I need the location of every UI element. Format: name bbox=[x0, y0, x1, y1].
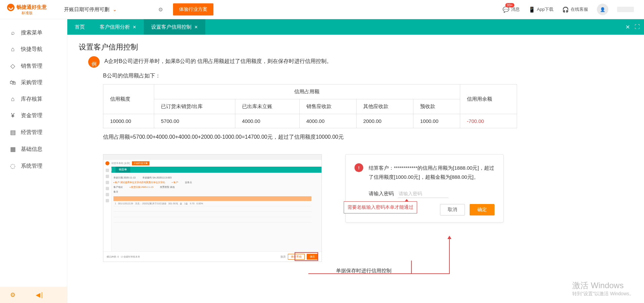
sidebar-item-5[interactable]: ¥资金管理 bbox=[0, 107, 67, 124]
th-sub: 销售应收款 bbox=[299, 99, 356, 114]
sidebar-item-label: 系统管理 bbox=[21, 163, 42, 170]
messages-link[interactable]: 💬 消息 99+ bbox=[503, 6, 520, 13]
tab-label: 设置客户信用控制 bbox=[151, 24, 192, 30]
th-sub: 预收款 bbox=[413, 99, 460, 114]
figure-caption: 单据保存时进行信用控制 bbox=[336, 268, 392, 274]
sidebar-icon: ▦ bbox=[9, 145, 16, 153]
headset-icon: 🎧 bbox=[562, 6, 569, 13]
credit-warning-dialog: ! 结算客户：************的信用占用额为[1888.00元]，超过了… bbox=[345, 154, 504, 223]
dialog-message: 结算客户：************的信用占用额为[1888.00元]，超过了信用… bbox=[369, 163, 495, 181]
app-download-label: App下载 bbox=[537, 6, 553, 12]
sidebar-icon: ◌ bbox=[9, 162, 16, 170]
figure-row: 销货单表格 [全新] 开始行业方案 首页 销货单 单据日期 2020-11-13… bbox=[103, 154, 624, 262]
app-download-link[interactable]: 📱 App下载 bbox=[529, 6, 553, 13]
fullscreen-icon[interactable]: ⛶ bbox=[635, 24, 640, 30]
content-scroll[interactable]: 例 A企对B公司进行开单时，如果B公司的 信用占用额超过了信用额度，则在保存时进… bbox=[67, 56, 644, 303]
tab-label: 首页 bbox=[75, 24, 85, 30]
arrow-up-icon bbox=[447, 236, 451, 239]
sidebar: ⌕搜索菜单⌂快捷导航◇销售管理🛍采购管理⌂库存核算¥资金管理▤经营管理▦基础信息… bbox=[0, 19, 67, 303]
sidebar-item-label: 资金管理 bbox=[21, 112, 42, 119]
mini-logo-icon bbox=[105, 161, 109, 165]
sidebar-item-6[interactable]: ▤经营管理 bbox=[0, 124, 67, 141]
sidebar-icon: ⌕ bbox=[9, 29, 16, 36]
example-subtitle: B公司的信用额占如下： bbox=[103, 72, 624, 79]
connector-line bbox=[449, 238, 450, 274]
tab-bar: 首页客户信用分析✕设置客户信用控制✕ ✕ ⛶ bbox=[67, 19, 644, 35]
sidebar-icon: ◇ bbox=[9, 62, 16, 70]
sidebar-item-0[interactable]: ⌕搜索菜单 bbox=[0, 25, 67, 41]
tab-close-icon[interactable]: ✕ bbox=[194, 25, 198, 30]
td-usage: 1000.00 bbox=[413, 114, 460, 128]
sidebar-icon: ▤ bbox=[9, 129, 16, 136]
tab-2[interactable]: 设置客户信用控制✕ bbox=[144, 19, 205, 35]
account-selector-label: 开账日期可停用可删 bbox=[64, 6, 109, 13]
example-badge-icon: 例 bbox=[88, 56, 100, 68]
settings-icon[interactable]: ⚙ bbox=[10, 291, 15, 299]
th-sub: 其他应收款 bbox=[356, 99, 413, 114]
sidebar-icon: ¥ bbox=[9, 112, 16, 119]
sidebar-item-label: 销售管理 bbox=[21, 63, 42, 70]
password-label: 请输入密码 bbox=[369, 191, 394, 197]
calculation-text: 信用占用额=5700.00+4000.00+4000.00+2000.00-10… bbox=[103, 134, 624, 141]
support-label: 在线客服 bbox=[571, 6, 588, 12]
sidebar-icon: 🛍 bbox=[9, 79, 16, 86]
avatar[interactable]: 👤 bbox=[597, 4, 608, 15]
brand-edition: 标准版 bbox=[22, 10, 33, 15]
password-callout: 需要老板输入密码本单才能通过 bbox=[344, 201, 417, 213]
tab-0[interactable]: 首页 bbox=[67, 19, 92, 35]
gear-icon[interactable]: ⚙ bbox=[158, 6, 163, 13]
mini-tab-voucher: 销货单 bbox=[115, 167, 130, 173]
td-usage: 2000.00 bbox=[356, 114, 413, 128]
sidebar-item-label: 经营管理 bbox=[21, 129, 42, 136]
brand-name: 畅捷通好生意 bbox=[16, 4, 47, 10]
sidebar-item-label: 基础信息 bbox=[21, 146, 42, 153]
tab-close-icon[interactable]: ✕ bbox=[133, 25, 136, 30]
chevron-down-icon: ⌄ bbox=[113, 7, 117, 12]
sidebar-item-label: 库存核算 bbox=[21, 96, 42, 103]
brand-logo[interactable]: 畅捷通好生意 标准版 bbox=[0, 2, 54, 17]
td-balance: -700.00 bbox=[460, 114, 517, 128]
sidebar-item-7[interactable]: ▦基础信息 bbox=[0, 141, 67, 158]
td-usage: 5700.00 bbox=[154, 114, 235, 128]
voucher-screenshot: 销货单表格 [全新] 开始行业方案 首页 销货单 单据日期 2020-11-13… bbox=[103, 154, 322, 262]
save-highlight-box bbox=[295, 252, 318, 261]
messages-label: 消息 bbox=[511, 6, 520, 12]
sidebar-footer: ⚙ ◀∣ bbox=[0, 287, 67, 303]
th-sub: 已出库未立账 bbox=[235, 99, 299, 114]
password-input[interactable] bbox=[398, 190, 448, 198]
example-text: A企对B公司进行开单时，如果B公司的 信用占用额超过了信用额度，则在保存时进行信… bbox=[104, 56, 332, 66]
th-balance: 信用用余额 bbox=[460, 85, 517, 114]
th-credit-limit: 信用额度 bbox=[103, 85, 154, 114]
sidebar-icon: ⌂ bbox=[9, 46, 16, 53]
sidebar-item-2[interactable]: ◇销售管理 bbox=[0, 58, 67, 74]
sidebar-item-label: 采购管理 bbox=[21, 79, 42, 86]
cta-button[interactable]: 体验行业方案 bbox=[173, 3, 213, 15]
tab-label: 客户信用分析 bbox=[100, 24, 130, 30]
warning-icon: ! bbox=[354, 163, 363, 172]
support-link[interactable]: 🎧 在线客服 bbox=[562, 6, 588, 13]
tab-1[interactable]: 客户信用分析✕ bbox=[92, 19, 144, 35]
credit-table: 信用额度 信用占用额 信用用余额 已订货未销货/出库已出库未立账销售应收款其他应… bbox=[103, 84, 517, 128]
messages-badge: 99+ bbox=[505, 3, 514, 7]
close-tab-icon[interactable]: ✕ bbox=[625, 24, 630, 30]
cancel-button[interactable]: 取消 bbox=[440, 204, 465, 215]
td-limit: 10000.00 bbox=[103, 114, 154, 128]
connector-line bbox=[411, 261, 412, 274]
sidebar-item-label: 搜索菜单 bbox=[21, 29, 42, 36]
sidebar-item-8[interactable]: ◌系统管理 bbox=[0, 158, 67, 174]
sidebar-item-1[interactable]: ⌂快捷导航 bbox=[0, 41, 67, 58]
sidebar-item-4[interactable]: ⌂库存核算 bbox=[0, 91, 67, 107]
td-usage: 4000.00 bbox=[235, 114, 299, 128]
top-header: 畅捷通好生意 标准版 开账日期可停用可删 ⌄ ⚙ 体验行业方案 💬 消息 99+… bbox=[0, 0, 644, 19]
ok-button[interactable]: 确定 bbox=[470, 204, 495, 215]
account-selector[interactable]: 开账日期可停用可删 ⌄ bbox=[64, 6, 151, 13]
sidebar-icon: ⌂ bbox=[9, 96, 16, 103]
logo-icon bbox=[7, 4, 14, 11]
mobile-icon: 📱 bbox=[529, 6, 535, 13]
sidebar-item-3[interactable]: 🛍采购管理 bbox=[0, 74, 67, 91]
collapse-sidebar-icon[interactable]: ◀∣ bbox=[36, 291, 43, 299]
mini-cta: 开始行业方案 bbox=[132, 161, 149, 165]
sidebar-item-label: 快捷导航 bbox=[21, 46, 42, 53]
user-name-placeholder bbox=[617, 7, 634, 12]
page-title: 设置客户信用控制 bbox=[67, 35, 644, 56]
